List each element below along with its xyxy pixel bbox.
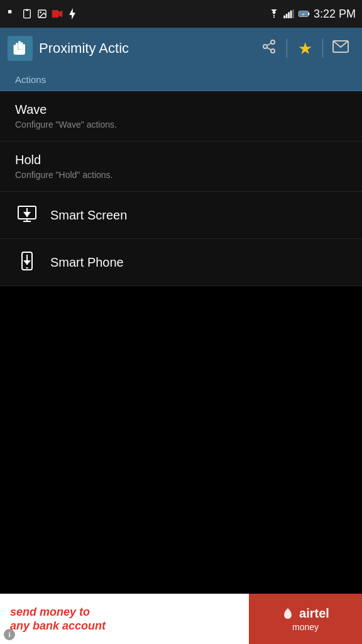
section-header: Actions	[0, 69, 362, 91]
download-item-smart-phone[interactable]: Smart Phone	[0, 239, 362, 286]
wave-title: Wave	[15, 103, 347, 117]
divider-1	[287, 39, 287, 58]
ad-info-button[interactable]: i	[4, 629, 15, 640]
app-bar-actions: ★	[254, 33, 356, 64]
status-time: 3:22 PM	[314, 8, 356, 21]
svg-rect-21	[21, 42, 23, 50]
svg-line-28	[267, 43, 272, 46]
svg-text:⚡: ⚡	[301, 12, 305, 17]
download-icon-smart-phone	[15, 250, 39, 274]
app-bar: Proximity Actic ★	[0, 28, 362, 69]
wifi-icon	[268, 8, 280, 19]
signal-icon	[283, 8, 295, 19]
svg-point-25	[263, 45, 267, 48]
status-left-icons	[6, 8, 78, 19]
favorite-button[interactable]: ★	[290, 33, 320, 64]
svg-marker-6	[58, 11, 62, 18]
share-icon	[261, 39, 277, 58]
notification-icon	[6, 8, 18, 19]
svg-line-27	[267, 48, 272, 50]
share-button[interactable]	[254, 33, 284, 64]
svg-marker-7	[69, 8, 75, 19]
svg-point-26	[271, 49, 275, 53]
status-bar: ⚡ 3:22 PM	[0, 0, 362, 28]
hand-wave-icon	[8, 36, 33, 61]
list-item-wave[interactable]: Wave Configure "Wave" actions.	[0, 91, 362, 142]
airtel-money-text: money	[292, 622, 319, 632]
ad-left-section: send money toany bank account	[0, 594, 249, 644]
hold-subtitle: Configure "Hold" actions.	[15, 170, 347, 180]
download-icon-smart-screen	[15, 203, 39, 227]
mail-button[interactable]	[326, 33, 356, 64]
svg-rect-2	[26, 9, 28, 11]
svg-rect-13	[292, 9, 294, 18]
download-item-smart-screen[interactable]: Smart Screen	[0, 192, 362, 239]
hold-title: Hold	[15, 153, 347, 167]
svg-rect-10	[286, 14, 288, 18]
svg-point-24	[271, 40, 275, 44]
section-header-label: Actions	[15, 74, 46, 85]
svg-rect-11	[288, 12, 290, 18]
star-icon: ★	[298, 39, 312, 58]
ad-banner[interactable]: send money toany bank account airtel mon…	[0, 594, 362, 644]
svg-rect-12	[290, 11, 292, 18]
smart-screen-title: Smart Screen	[50, 208, 127, 223]
svg-rect-23	[14, 50, 26, 55]
svg-rect-1	[24, 9, 31, 18]
svg-rect-18	[18, 41, 21, 50]
svg-rect-9	[283, 16, 285, 18]
mail-icon	[332, 40, 349, 57]
video-icon	[52, 8, 63, 19]
list-item-hold[interactable]: Hold Configure "Hold" actions.	[0, 142, 362, 192]
airtel-logo-text: airtel	[299, 606, 329, 621]
image-icon	[36, 8, 48, 19]
app-title: Proximity Actic	[39, 40, 254, 57]
clipboard-icon	[21, 8, 33, 19]
svg-point-4	[40, 11, 41, 13]
lightning-icon	[67, 8, 78, 19]
ad-left-text: send money toany bank account	[10, 605, 239, 633]
wave-subtitle: Configure "Wave" actions.	[15, 119, 347, 130]
svg-rect-19	[16, 43, 18, 50]
app-icon	[6, 35, 34, 62]
battery-icon: ⚡	[299, 8, 310, 19]
svg-rect-0	[8, 10, 11, 13]
smart-phone-title: Smart Phone	[50, 255, 124, 270]
airtel-logo: airtel	[282, 606, 329, 621]
svg-point-8	[273, 16, 275, 18]
ad-right-section: airtel money	[249, 594, 362, 644]
svg-rect-15	[308, 13, 309, 15]
svg-rect-5	[52, 10, 59, 18]
divider-2	[322, 39, 323, 58]
status-right-icons: ⚡ 3:22 PM	[268, 8, 356, 21]
